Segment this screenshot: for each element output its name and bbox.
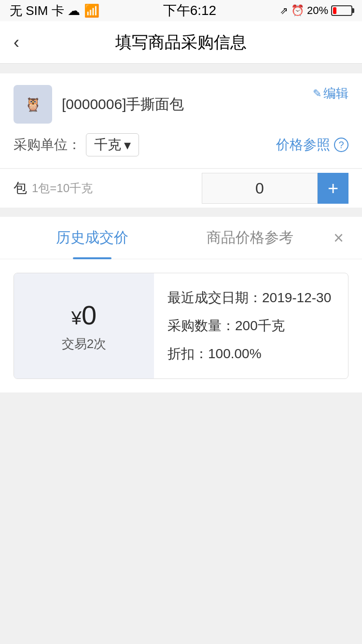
footer-area: [0, 392, 362, 644]
unit-label: 采购单位：: [14, 136, 81, 154]
price-display: ¥0: [71, 299, 97, 331]
price-value: 0: [82, 300, 97, 330]
recent-date-label: 最近成交日期：: [167, 290, 262, 305]
sim-label: 无 SIM 卡 ☁: [10, 2, 80, 19]
product-name: [0000006]手撕面包: [62, 95, 184, 114]
back-button[interactable]: ‹: [14, 32, 19, 53]
status-bar: 无 SIM 卡 ☁ 📶 下午6:12 ⇗ ⏰ 20%: [0, 0, 362, 21]
qty-input-wrap: +: [202, 173, 348, 204]
qty-unit-icon: 包: [14, 179, 27, 197]
trade-count: 交易2次: [62, 336, 106, 352]
tab-history-price[interactable]: 历史成交价: [14, 217, 171, 259]
discount-row: 折扣：100.00%: [167, 344, 334, 364]
battery-icon: [331, 5, 352, 16]
unit-value: 千克: [94, 136, 121, 154]
qty-value: 200千克: [235, 318, 285, 333]
recent-date-row: 最近成交日期：2019-12-30: [167, 288, 334, 308]
tab-close-button[interactable]: ×: [329, 228, 348, 248]
nav-bar: ‹ 填写商品采购信息: [0, 21, 362, 64]
price-card-right: 最近成交日期：2019-12-30 采购数量：200千克 折扣：100.00%: [154, 273, 348, 378]
qty-unit-detail: 1包=10千克: [32, 181, 93, 196]
quantity-input[interactable]: [202, 173, 318, 204]
discount-value: 100.00%: [208, 346, 262, 361]
unit-select[interactable]: 千克 ▾: [86, 133, 139, 156]
edit-button[interactable]: ✎ 编辑: [313, 85, 348, 102]
purchase-qty-row: 采购数量：200千克: [167, 316, 334, 336]
price-card: ¥0 交易2次 最近成交日期：2019-12-30 采购数量：200千克 折扣：…: [14, 273, 348, 379]
location-icon: ⇗: [280, 5, 288, 16]
qty-plus-button[interactable]: +: [318, 173, 348, 204]
qty-unit-info: 包 1包=10千克: [14, 179, 93, 197]
product-card: 🦉 [0000006]手撕面包 ✎ 编辑 采购单位： 千克 ▾ 价格参照 ?: [0, 73, 362, 168]
unit-arrow-icon: ▾: [124, 137, 131, 153]
edit-label: 编辑: [323, 85, 348, 102]
status-left: 无 SIM 卡 ☁ 📶: [10, 2, 99, 19]
product-left: 🦉 [0000006]手撕面包: [14, 85, 184, 124]
wifi-icon: 📶: [84, 3, 99, 18]
discount-label: 折扣：: [167, 346, 208, 361]
tab-price-ref-label: 商品价格参考: [207, 228, 293, 248]
tab-history-label: 历史成交价: [56, 228, 128, 248]
battery-pct: 20%: [307, 4, 328, 17]
page-title: 填写商品采购信息: [115, 31, 247, 54]
status-time: 下午6:12: [163, 1, 217, 20]
tabs-section: 历史成交价 商品价格参考 × ¥0 交易2次 最近成交日期：2019-12-30…: [0, 216, 362, 392]
unit-row: 采购单位： 千克 ▾: [14, 133, 139, 156]
yen-symbol: ¥: [71, 308, 82, 328]
price-reference-button[interactable]: 价格参照 ?: [276, 136, 348, 154]
tab-product-price-ref[interactable]: 商品价格参考: [171, 217, 328, 259]
price-card-left: ¥0 交易2次: [14, 273, 154, 378]
edit-icon: ✎: [313, 87, 321, 100]
quantity-section: 包 1包=10千克 +: [0, 169, 362, 208]
product-row-bottom: 采购单位： 千克 ▾ 价格参照 ?: [14, 133, 348, 156]
qty-label: 采购数量：: [167, 318, 235, 333]
recent-date-value: 2019-12-30: [262, 290, 331, 305]
price-ref-label: 价格参照: [276, 136, 330, 154]
status-right: ⇗ ⏰ 20%: [280, 4, 352, 17]
product-thumbnail: 🦉: [14, 85, 52, 124]
tabs-header: 历史成交价 商品价格参考 ×: [0, 217, 362, 259]
alarm-icon: ⏰: [291, 4, 304, 17]
product-thumb-icon: 🦉: [25, 97, 42, 112]
history-content: ¥0 交易2次 最近成交日期：2019-12-30 采购数量：200千克 折扣：…: [0, 259, 362, 392]
price-ref-help-icon: ?: [334, 138, 348, 152]
